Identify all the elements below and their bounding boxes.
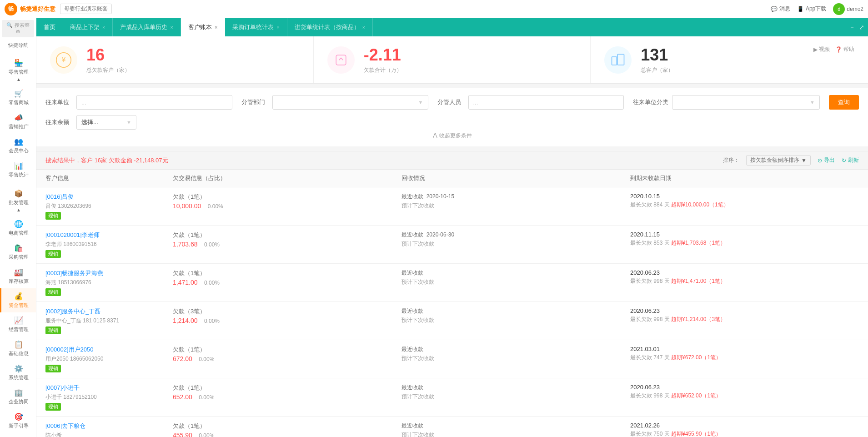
stat-info-total: 131 ▶ 视频 ❓ 帮助	[641, 45, 854, 74]
tab-close-icon-3[interactable]: ×	[215, 25, 217, 30]
sidebar-item-capital[interactable]: 💰 资金管理	[0, 288, 36, 312]
user-menu[interactable]: d demo2	[833, 3, 863, 15]
app-download-button[interactable]: 📱 App下载	[797, 5, 826, 13]
debt-amount-3: 1,214.00	[173, 317, 198, 324]
refresh-button[interactable]: ↻ 刷新	[842, 156, 859, 164]
customer-name-5[interactable]: [0007]小进千	[45, 384, 173, 392]
tab-close-icon-4[interactable]: ×	[276, 25, 279, 30]
collapse-label: 收起更多条件	[439, 132, 472, 140]
customer-name-1[interactable]: [0001020001]李老师	[45, 231, 173, 239]
sidebar-item-member-center[interactable]: 👥 会员中心	[0, 134, 36, 158]
customer-name-2[interactable]: [0003]畅捷服务尹海燕	[45, 269, 173, 277]
filter-row-2: 往来余额 选择... ▼	[45, 115, 859, 130]
sidebar-item-system[interactable]: ⚙️ 系统管理	[0, 361, 36, 385]
debt-ratio-3: 0.00%	[204, 318, 220, 324]
results-actions: 排序： 按欠款金额倒序排序 ▼ ⊙ 导出 ↻ 刷新	[723, 155, 859, 166]
help-button[interactable]: ❓ 帮助	[835, 45, 854, 53]
return-date-3: 最近收款	[401, 307, 630, 315]
sidebar-item-inventory[interactable]: 🏭 库存核算	[0, 264, 36, 288]
col-header-customer: 客户信息	[45, 174, 173, 182]
overdue-customers-number: 16	[86, 45, 300, 65]
tab-close-icon-2[interactable]: ×	[170, 25, 173, 30]
env-selector[interactable]: 母婴行业演示账套	[60, 4, 112, 14]
tab-minimize-button[interactable]: －	[849, 23, 855, 31]
tab-purchase-stats[interactable]: 采购订单统计表 ×	[225, 18, 287, 36]
next-payment-label-1: 预计下次收款	[401, 240, 630, 248]
total-customers-label: 总客户（家）	[641, 66, 854, 74]
filter-group-unit-category: 往来单位分类 ▼	[633, 95, 820, 110]
sidebar-item-newbie[interactable]: 🎯 新手引导	[0, 409, 36, 433]
sidebar-item-marketing[interactable]: 📣 营销推广	[0, 110, 36, 134]
customer-contact-6: 陈小希	[45, 432, 173, 437]
table-row: [0007]小进千 小进千 18279152100 现销 欠款（1笔） 652.…	[36, 378, 868, 417]
table-row: [0016]吕俊 吕俊 13026203696 现销 欠款（1笔） 10,000…	[36, 187, 868, 226]
sidebar-item-batch-mgmt[interactable]: 📦 批发管理 ▲	[0, 186, 36, 216]
tab-maximize-button[interactable]: ⤢	[859, 24, 864, 31]
tab-product-shelf[interactable]: 商品上下架 ×	[63, 18, 113, 36]
manager-input[interactable]: ...	[468, 95, 624, 110]
sidebar-item-purchase-mgmt[interactable]: 🛍️ 采购管理	[0, 240, 36, 264]
return-date-5: 最近收款	[401, 384, 630, 392]
view-label: 视频	[819, 45, 830, 53]
return-date-6: 最近收款	[401, 422, 630, 430]
customer-contact-4: 用户2050 18665062050	[45, 355, 173, 363]
debt-amount-6: 455.90	[173, 432, 192, 437]
customer-name-4[interactable]: [000002]用户2050	[45, 346, 173, 354]
customer-contact-1: 李老师 18600391516	[45, 241, 173, 248]
refresh-label: 刷新	[848, 156, 859, 164]
overdue-amount-link-1[interactable]: 超期¥1,703.68（1笔）	[671, 240, 726, 246]
next-payment-label-6: 预计下次收款	[401, 431, 630, 437]
tab-home[interactable]: 首页	[36, 18, 63, 36]
customer-name-0[interactable]: [0016]吕俊	[45, 193, 173, 201]
search-button[interactable]: 查询	[829, 95, 859, 110]
overdue-info-5: 2020.06.23 最长欠款 998 天 超期¥652.00（1笔）	[630, 384, 859, 400]
debt-count-3: 欠款（3笔）	[173, 307, 401, 316]
message-button[interactable]: 💬 消息	[771, 5, 790, 13]
sidebar-item-basic-info[interactable]: 📋 基础信息	[0, 337, 36, 361]
dept-select[interactable]: ▼	[272, 95, 428, 110]
customer-name-6[interactable]: [0006]去下粮仓	[45, 422, 173, 430]
sidebar-item-operations[interactable]: 📈 经营管理	[0, 312, 36, 337]
export-button[interactable]: ⊙ 导出	[818, 156, 835, 164]
overdue-days-4: 最长欠款 747 天 超期¥672.00（1笔）	[630, 354, 859, 362]
sidebar-item-retail-mall[interactable]: 🛒 零售商城	[0, 85, 36, 110]
tab-product-history[interactable]: 产成品入库单历史 ×	[113, 18, 181, 36]
balance-placeholder: 选择...	[81, 118, 98, 126]
sidebar-search[interactable]: 🔍 搜索菜单	[2, 20, 34, 37]
tab-close-icon-5[interactable]: ×	[362, 25, 365, 30]
sort-select[interactable]: 按欠款金额倒序排序 ▼	[746, 155, 811, 166]
tab-close-icon[interactable]: ×	[102, 25, 105, 30]
next-payment-label-3: 预计下次收款	[401, 316, 630, 324]
overdue-amount-link-0[interactable]: 超期¥10,000.00（1笔）	[671, 201, 729, 208]
sidebar-item-ecommerce[interactable]: 🌐 电商管理	[0, 216, 36, 240]
return-date-2: 最近收款	[401, 269, 630, 277]
message-label: 消息	[779, 5, 790, 13]
overdue-amount-link-3[interactable]: 超期¥1,214.00（3笔）	[671, 316, 726, 322]
quick-nav-button[interactable]: 快捷导航	[0, 39, 36, 51]
return-info-3: 最近收款 预计下次收款	[401, 307, 630, 324]
balance-select[interactable]: 选择... ▼	[76, 115, 136, 130]
sidebar-item-retail-mgmt[interactable]: 🏪 零售管理 ▲	[0, 55, 36, 85]
overdue-days-0: 最长欠款 884 天 超期¥10,000.00（1笔）	[630, 201, 859, 209]
tab-home-label: 首页	[44, 23, 55, 31]
overdue-amount-link-6[interactable]: 超期¥455.90（1笔）	[671, 431, 721, 437]
from-unit-input[interactable]: ...	[76, 95, 232, 110]
collapse-bar[interactable]: ⋀ 收起更多条件	[45, 130, 859, 142]
customer-name-3[interactable]: [0002]服务中心_丁磊	[45, 307, 173, 316]
debt-info-0: 欠款（1笔） 10,000.00 0.00%	[173, 193, 401, 210]
overdue-amount-link-4[interactable]: 超期¥672.00（1笔）	[671, 354, 721, 361]
message-icon: 💬	[771, 6, 778, 12]
unit-category-select[interactable]: ▼	[672, 95, 820, 110]
newbie-icon: 🎯	[14, 412, 23, 421]
overdue-amount-link-2[interactable]: 超期¥1,471.00（1笔）	[671, 278, 726, 284]
sidebar-item-retail-stats[interactable]: 📊 零售统计	[0, 158, 36, 182]
tab-customer-ledger[interactable]: 客户账本 ×	[181, 18, 225, 36]
tab-inbound-stats[interactable]: 进货单统计表（按商品） ×	[287, 18, 373, 36]
overdue-amount-link-5[interactable]: 超期¥652.00（1笔）	[671, 392, 721, 399]
sidebar-item-enterprise[interactable]: 🏢 企业协同	[0, 385, 36, 409]
return-date-0: 最近收款 2020-10-15	[401, 193, 630, 201]
view-video-button[interactable]: ▶ 视频	[813, 45, 830, 53]
search-label: 搜索菜单	[15, 22, 30, 35]
sidebar-item-app-center[interactable]: 📲 应用中心	[0, 433, 36, 437]
debt-info-1: 欠款（1笔） 1,703.68 0.00%	[173, 231, 401, 248]
